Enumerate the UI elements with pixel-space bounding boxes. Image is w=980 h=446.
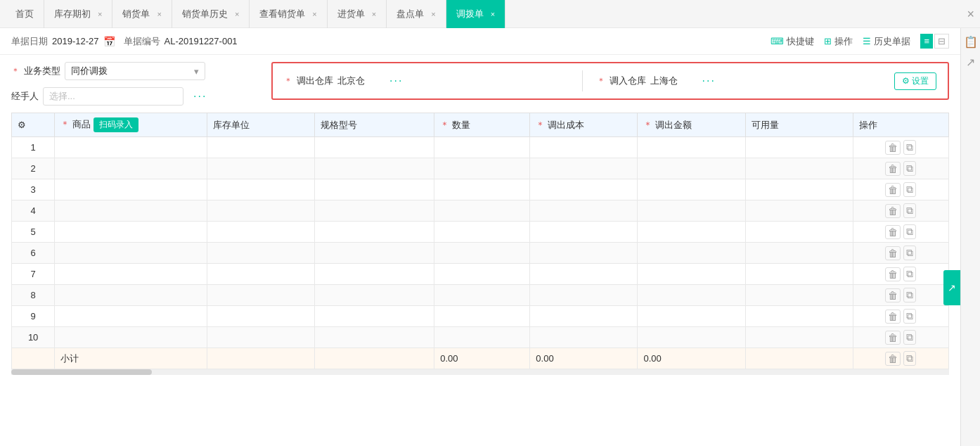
row-amount-1[interactable] [638, 137, 745, 158]
row-unit-6[interactable] [207, 243, 314, 264]
history-btn[interactable]: ☰ 历史单据 [863, 35, 910, 48]
row-spec-2[interactable] [314, 158, 434, 179]
row-cost-10[interactable] [530, 327, 638, 348]
delete-row-icon[interactable]: 🗑 [885, 267, 901, 281]
row-spec-9[interactable] [314, 306, 434, 327]
row-goods-2[interactable] [55, 158, 207, 179]
tab-purchase-order-close[interactable]: × [372, 10, 376, 18]
row-cost-1[interactable] [530, 137, 638, 158]
row-unit-7[interactable] [207, 264, 314, 285]
tab-inventory-check-close[interactable]: × [431, 10, 435, 18]
sidebar-expand-icon[interactable]: ↗ [966, 56, 975, 69]
row-amount-9[interactable] [638, 306, 745, 327]
delete-row-icon[interactable]: 🗑 [885, 141, 901, 155]
row-amount-8[interactable] [638, 285, 745, 306]
row-cost-3[interactable] [530, 179, 638, 200]
delete-row-icon[interactable]: 🗑 [885, 225, 901, 239]
tab-sales-order[interactable]: 销货单 × [112, 0, 172, 28]
copy-row-icon[interactable]: ⧉ [903, 203, 916, 218]
list-view-icon[interactable]: ≡ [920, 34, 933, 49]
delete-row-icon[interactable]: 🗑 [885, 162, 901, 176]
agent-select[interactable]: 选择... [43, 87, 183, 106]
delete-row-icon[interactable]: 🗑 [885, 331, 901, 345]
row-qty-1[interactable] [434, 137, 530, 158]
transfer-in-more-btn[interactable]: ··· [702, 75, 716, 87]
tab-view-sales-close[interactable]: × [312, 10, 316, 18]
tab-transfer-close[interactable]: × [491, 10, 495, 18]
row-spec-1[interactable] [314, 137, 434, 158]
copy-icon[interactable]: ⧉ [903, 351, 916, 366]
row-cost-6[interactable] [530, 243, 638, 264]
row-amount-2[interactable] [638, 158, 745, 179]
row-cost-7[interactable] [530, 264, 638, 285]
expand-button[interactable]: ↗ [943, 270, 960, 305]
tab-inventory-check[interactable]: 盘点单 × [387, 0, 446, 28]
row-spec-6[interactable] [314, 243, 434, 264]
delete-row-icon[interactable]: 🗑 [885, 183, 901, 197]
row-amount-3[interactable] [638, 179, 745, 200]
delete-row-icon[interactable]: 🗑 [885, 204, 901, 218]
row-unit-2[interactable] [207, 158, 314, 179]
row-amount-5[interactable] [638, 222, 745, 243]
row-unit-3[interactable] [207, 179, 314, 200]
biz-type-select[interactable]: 同价调拨 ▾ [65, 62, 205, 80]
row-goods-6[interactable] [55, 243, 207, 264]
row-unit-1[interactable] [207, 137, 314, 158]
row-spec-7[interactable] [314, 264, 434, 285]
setting-button[interactable]: ⚙ 设置 [894, 72, 936, 90]
row-amount-7[interactable] [638, 264, 745, 285]
row-cost-2[interactable] [530, 158, 638, 179]
row-qty-5[interactable] [434, 222, 530, 243]
agent-more-btn[interactable]: ··· [193, 90, 207, 103]
delete-icon[interactable]: 🗑 [885, 352, 901, 366]
row-goods-9[interactable] [55, 306, 207, 327]
transfer-out-more-btn[interactable]: ··· [389, 75, 403, 87]
row-amount-10[interactable] [638, 327, 745, 348]
tab-inventory-init[interactable]: 库存期初 × [44, 0, 112, 28]
row-qty-3[interactable] [434, 179, 530, 200]
tab-sales-order-close[interactable]: × [157, 10, 161, 18]
tab-sales-history[interactable]: 销货单历史 × [172, 0, 250, 28]
row-spec-3[interactable] [314, 179, 434, 200]
row-cost-9[interactable] [530, 306, 638, 327]
horizontal-scrollbar[interactable] [11, 369, 949, 375]
copy-row-icon[interactable]: ⧉ [903, 182, 916, 197]
tab-view-sales[interactable]: 查看销货单 × [250, 0, 327, 28]
row-qty-4[interactable] [434, 200, 530, 222]
tab-purchase-order[interactable]: 进货单 × [328, 0, 387, 28]
copy-row-icon[interactable]: ⧉ [903, 161, 916, 176]
row-goods-3[interactable] [55, 179, 207, 200]
row-qty-6[interactable] [434, 243, 530, 264]
row-cost-4[interactable] [530, 200, 638, 222]
row-qty-7[interactable] [434, 264, 530, 285]
row-spec-10[interactable] [314, 327, 434, 348]
copy-row-icon[interactable]: ⧉ [903, 330, 916, 345]
delete-row-icon[interactable]: 🗑 [885, 310, 901, 324]
row-cost-5[interactable] [530, 222, 638, 243]
sidebar-list-icon[interactable]: 📋 [964, 35, 978, 49]
tab-transfer[interactable]: 调拨单 × [446, 0, 505, 28]
grid-view-icon[interactable]: ⊟ [934, 34, 949, 49]
row-goods-7[interactable] [55, 264, 207, 285]
copy-row-icon[interactable]: ⧉ [903, 288, 916, 302]
shortcuts-btn[interactable]: ⌨ 快捷键 [771, 35, 814, 48]
row-amount-4[interactable] [638, 200, 745, 222]
tab-inventory-init-close[interactable]: × [98, 10, 102, 18]
row-qty-2[interactable] [434, 158, 530, 179]
row-unit-5[interactable] [207, 222, 314, 243]
copy-row-icon[interactable]: ⧉ [903, 246, 916, 260]
operations-btn[interactable]: ⊞ 操作 [824, 35, 853, 48]
row-spec-8[interactable] [314, 285, 434, 306]
row-unit-8[interactable] [207, 285, 314, 306]
copy-row-icon[interactable]: ⧉ [903, 267, 916, 281]
tab-home[interactable]: 首页 [6, 0, 44, 28]
row-goods-10[interactable] [55, 327, 207, 348]
window-close-button[interactable]: × [967, 6, 974, 21]
row-goods-8[interactable] [55, 285, 207, 306]
row-goods-5[interactable] [55, 222, 207, 243]
row-qty-10[interactable] [434, 327, 530, 348]
row-goods-4[interactable] [55, 200, 207, 222]
copy-row-icon[interactable]: ⧉ [903, 224, 916, 239]
row-spec-5[interactable] [314, 222, 434, 243]
copy-row-icon[interactable]: ⧉ [903, 140, 916, 155]
